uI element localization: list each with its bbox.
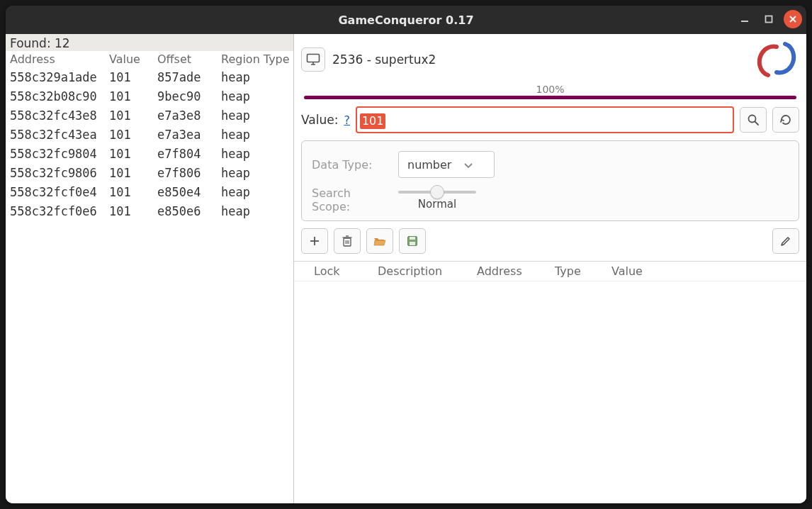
- save-icon: [407, 235, 418, 247]
- search-scope-slider[interactable]: [398, 191, 476, 194]
- chevron-down-icon: [464, 158, 473, 172]
- svg-rect-1: [766, 16, 772, 23]
- result-row[interactable]: 558c32b08c901019bec90heap: [10, 87, 293, 106]
- maximize-button[interactable]: [760, 10, 778, 28]
- minimize-button[interactable]: [735, 10, 754, 28]
- data-type-label: Data Type:: [312, 158, 390, 172]
- result-row[interactable]: 558c32fcf0e4101e850e4heap: [10, 183, 293, 202]
- progress-bar: [304, 96, 796, 99]
- delete-cheat-button[interactable]: [334, 228, 361, 254]
- folder-open-icon: [373, 235, 386, 247]
- process-label: 2536 - supertux2: [332, 52, 436, 67]
- cheat-table-header: Lock Description Address Type Value: [294, 261, 806, 281]
- svg-line-8: [755, 122, 759, 125]
- col-offset[interactable]: Offset: [157, 52, 221, 66]
- search-options-panel: Data Type: number Search Scope: N: [301, 140, 799, 221]
- window-controls: [735, 10, 802, 28]
- search-icon: [747, 113, 760, 126]
- select-process-button[interactable]: [301, 47, 325, 72]
- value-help-link[interactable]: ?: [344, 113, 350, 127]
- col-address[interactable]: Address: [10, 52, 109, 66]
- plus-icon: [309, 235, 320, 247]
- value-input-text: 101: [360, 113, 386, 129]
- col-cheat-address[interactable]: Address: [477, 264, 555, 278]
- search-scope-label: Search Scope:: [312, 186, 390, 213]
- add-cheat-button[interactable]: [301, 228, 328, 254]
- window-title: GameConqueror 0.17: [338, 13, 473, 27]
- reset-button[interactable]: [772, 107, 799, 133]
- col-type[interactable]: Type: [555, 264, 611, 278]
- result-row[interactable]: 558c32fc43ea101e7a3eaheap: [10, 125, 293, 145]
- cheat-toolbar: [294, 228, 806, 261]
- slider-thumb[interactable]: [430, 185, 444, 199]
- value-input[interactable]: 101: [356, 106, 734, 133]
- col-description[interactable]: Description: [378, 264, 477, 278]
- app-window: GameConqueror 0.17 Found: 12 Address Val…: [6, 6, 806, 503]
- found-count: Found: 12: [6, 34, 293, 51]
- progress: 100%: [294, 84, 806, 99]
- trash-icon: [342, 235, 353, 247]
- search-button[interactable]: [740, 107, 767, 133]
- result-row[interactable]: 558c32fc9804101e7f804heap: [10, 145, 293, 164]
- result-row[interactable]: 558c329a1ade101857adeheap: [10, 68, 293, 87]
- col-value[interactable]: Value: [109, 52, 157, 66]
- value-row: Value: ? 101: [294, 99, 806, 140]
- titlebar: GameConqueror 0.17: [6, 6, 806, 34]
- results-pane: Found: 12 Address Value Offset Region Ty…: [6, 34, 294, 503]
- progress-label: 100%: [304, 84, 796, 95]
- result-row[interactable]: 558c32fc9806101e7f806heap: [10, 164, 293, 183]
- app-body: Found: 12 Address Value Offset Region Ty…: [6, 34, 806, 503]
- save-cheat-button[interactable]: [399, 228, 426, 254]
- col-region[interactable]: Region Type: [221, 52, 292, 66]
- close-button[interactable]: [784, 10, 802, 28]
- pencil-icon: [780, 235, 791, 247]
- process-row: 2536 - supertux2: [294, 34, 806, 84]
- memory-editor-button[interactable]: [772, 228, 799, 254]
- col-cheat-value[interactable]: Value: [611, 264, 798, 278]
- open-cheat-button[interactable]: [366, 228, 393, 254]
- result-row[interactable]: 558c32fcf0e6101e850e6heap: [10, 202, 293, 221]
- svg-rect-4: [308, 55, 320, 62]
- result-row[interactable]: 558c32fc43e8101e7a3e8heap: [10, 106, 293, 125]
- refresh-icon: [779, 113, 792, 126]
- results-rows[interactable]: 558c329a1ade101857adeheap558c32b08c90101…: [6, 68, 293, 221]
- svg-rect-18: [410, 237, 415, 240]
- col-lock[interactable]: Lock: [314, 264, 378, 278]
- data-type-select[interactable]: number: [398, 151, 495, 178]
- results-header: Address Value Offset Region Type: [6, 51, 293, 68]
- controls-pane: 2536 - supertux2 100% Value: ? 101: [294, 34, 806, 503]
- monitor-icon: [306, 53, 320, 66]
- cheat-table-body[interactable]: [294, 281, 806, 503]
- value-label: Value:: [301, 113, 338, 127]
- app-logo-icon: [757, 40, 796, 79]
- svg-rect-19: [410, 242, 415, 245]
- search-scope-value: Normal: [418, 198, 456, 211]
